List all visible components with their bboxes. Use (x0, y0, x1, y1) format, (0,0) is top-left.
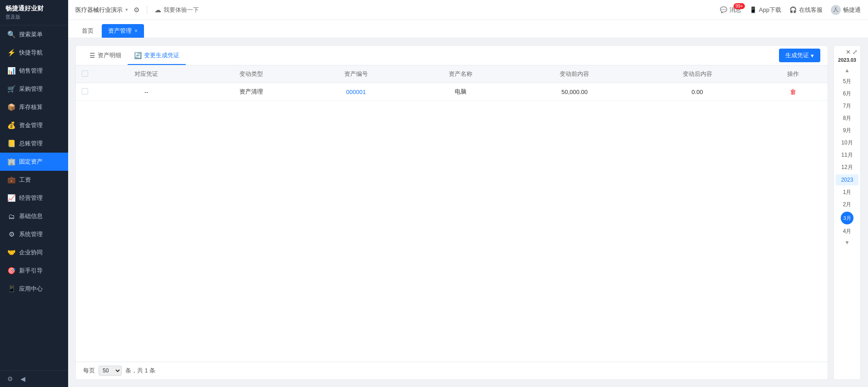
sub-tab-generate-voucher[interactable]: 🔄 变更生成凭证 (128, 47, 186, 65)
sidebar-nav: 🔍搜索菜单⚡快捷导航📊销售管理🛒采购管理📦库存核算💰资金管理📒总账管理🏢固定资产… (0, 25, 68, 370)
sidebar-item-payroll[interactable]: 💼工资 (0, 171, 68, 189)
operations-icon: 📈 (7, 194, 15, 202)
download-icon: 📱 (749, 6, 757, 13)
main-card: ☰ 资产明细 🔄 变更生成凭证 生成凭证 ▾ (75, 45, 828, 380)
scroll-up-arrow[interactable]: ▲ (834, 65, 860, 75)
sidebar-item-funds[interactable]: 💰资金管理 (0, 116, 68, 134)
sidebar-item-quick-nav[interactable]: ⚡快捷导航 (0, 44, 68, 62)
online-service-label: 在线客服 (799, 6, 823, 14)
sidebar-item-label: 企业协同 (19, 248, 43, 257)
user-menu[interactable]: 人 畅捷通 (831, 5, 861, 15)
expand-panel-icon[interactable]: ⤢ (853, 49, 858, 55)
month-item[interactable]: 2月 (834, 198, 860, 211)
generate-label: 生成凭证 (785, 51, 809, 60)
row-checkbox[interactable] (82, 88, 88, 94)
app-download-label: App下载 (759, 6, 781, 14)
delete-icon[interactable]: 🗑 (790, 88, 796, 95)
sub-tab-asset-detail[interactable]: ☰ 资产明细 (83, 47, 128, 65)
data-table: 对应凭证 变动类型 资产编号 资产名称 变动前内容 变动后内容 操作 (76, 65, 828, 101)
select-all-checkbox[interactable] (82, 70, 88, 77)
content-area: ☰ 资产明细 🔄 变更生成凭证 生成凭证 ▾ (68, 38, 868, 387)
table-row: -- 资产清理 000001 电脑 50,000.00 0.00 🗑 (76, 83, 828, 101)
sidebar-item-operations[interactable]: 📈经营管理 (0, 189, 68, 207)
app-download-btn[interactable]: 📱 App下载 (749, 6, 781, 14)
tab-asset-management[interactable]: 资产管理 × (102, 24, 144, 38)
ledger-icon: 📒 (7, 139, 15, 148)
tab-label: 资产管理 (108, 27, 132, 35)
right-panel: ✕ ⤢ 2023.03 ▲5月6月7月8月9月10月11月12月20231月2月… (833, 45, 861, 380)
sidebar-item-guide[interactable]: 🎯新手引导 (0, 262, 68, 280)
month-item[interactable]: 3月 (841, 212, 853, 224)
collapse-icon[interactable]: ◀ (20, 375, 25, 382)
month-item[interactable]: 10月 (834, 137, 860, 149)
sub-tabs-actions: 生成凭证 ▾ (779, 46, 820, 65)
sidebar-item-purchase[interactable]: 🛒采购管理 (0, 80, 68, 98)
month-list: ▲5月6月7月8月9月10月11月12月20231月2月3月4月▼ (834, 64, 860, 379)
close-panel-icon[interactable]: ✕ (846, 49, 851, 55)
cooperation-icon: 🤝 (7, 248, 15, 257)
sidebar-item-sales[interactable]: 📊销售管理 (0, 62, 68, 80)
quick-nav-icon: ⚡ (7, 49, 15, 57)
month-item[interactable]: 7月 (834, 100, 860, 112)
generate-voucher-btn[interactable]: 生成凭证 ▾ (779, 49, 820, 62)
trial-btn[interactable]: ☁ 我要体验一下 (154, 6, 199, 14)
user-label: 畅捷通 (843, 6, 861, 14)
sidebar-item-label: 快捷导航 (19, 49, 43, 57)
sidebar-item-fixed-assets[interactable]: 🏢固定资产 (0, 153, 68, 171)
cell-before: 50,000.00 (513, 83, 636, 101)
cloud-icon: ☁ (154, 6, 161, 14)
sidebar-item-ledger[interactable]: 📒总账管理 (0, 134, 68, 153)
voucher-icon: 🔄 (134, 52, 142, 59)
sidebar: 畅捷通好业财 普及版 🔍搜索菜单⚡快捷导航📊销售管理🛒采购管理📦库存核算💰资金管… (0, 0, 68, 387)
tab-home[interactable]: 首页 (75, 24, 100, 38)
sidebar-item-system[interactable]: ⚙系统管理 (0, 225, 68, 243)
app-name: 畅捷通好业财 (5, 5, 44, 13)
chevron-down-icon: ▾ (125, 7, 128, 13)
settings-icon[interactable]: ⚙ (7, 375, 13, 382)
purchase-icon: 🛒 (7, 85, 15, 93)
per-page-select[interactable]: 50 100 200 (99, 366, 122, 376)
month-item[interactable]: 12月 (834, 161, 860, 174)
dropdown-arrow-icon: ▾ (811, 52, 814, 59)
cell-after: 0.00 (636, 83, 759, 101)
cell-asset-name: 电脑 (408, 83, 513, 101)
divider (147, 5, 147, 15)
tab-close-icon[interactable]: × (134, 28, 138, 34)
cell-voucher: -- (94, 83, 199, 101)
service-icon: 🎧 (789, 6, 797, 13)
sidebar-item-label: 新手引导 (19, 267, 43, 275)
basic-info-icon: 🗂 (7, 213, 15, 220)
month-item[interactable]: 1月 (834, 186, 860, 198)
sidebar-item-search[interactable]: 🔍搜索菜单 (0, 25, 68, 44)
month-item[interactable]: 5月 (834, 75, 860, 88)
sales-icon: 📊 (7, 67, 15, 75)
month-item[interactable]: 11月 (834, 149, 860, 161)
messages-btn[interactable]: 💬 消息 99+ (720, 6, 741, 14)
sidebar-item-inventory[interactable]: 📦库存核算 (0, 98, 68, 116)
cell-asset-code: 000001 (303, 83, 408, 101)
company-selector[interactable]: 医疗器械行业演示 ▾ (75, 6, 128, 14)
sidebar-item-label: 经营管理 (19, 194, 43, 202)
list-icon: ☰ (89, 52, 95, 59)
online-service-btn[interactable]: 🎧 在线客服 (789, 6, 823, 14)
month-item[interactable]: 4月 (834, 225, 860, 238)
month-item[interactable]: 6月 (834, 88, 860, 100)
month-item[interactable]: 9月 (834, 124, 860, 137)
sidebar-bottom: ⚙ ◀ (0, 370, 68, 387)
cell-change-type: 资产清理 (199, 83, 304, 101)
sidebar-item-basic-info[interactable]: 🗂基础信息 (0, 207, 68, 225)
year-marker[interactable]: 2023 (836, 174, 858, 185)
sidebar-item-cooperation[interactable]: 🤝企业协同 (0, 243, 68, 262)
topbar: 医疗器械行业演示 ▾ ⚙ ☁ 我要体验一下 💬 消息 99+ 📱 App下载 🎧… (68, 0, 868, 20)
col-asset-code: 资产编号 (303, 65, 408, 83)
scroll-down-arrow[interactable]: ▼ (834, 238, 860, 248)
payroll-icon: 💼 (7, 176, 15, 184)
col-change-type: 变动类型 (199, 65, 304, 83)
message-icon: 💬 (720, 6, 727, 13)
col-before: 变动前内容 (513, 65, 636, 83)
panel-header: ✕ ⤢ (834, 46, 860, 55)
sidebar-item-label: 固定资产 (19, 158, 43, 166)
sidebar-item-apps[interactable]: 📱应用中心 (0, 280, 68, 298)
gear-icon[interactable]: ⚙ (134, 6, 139, 14)
month-item[interactable]: 8月 (834, 112, 860, 124)
